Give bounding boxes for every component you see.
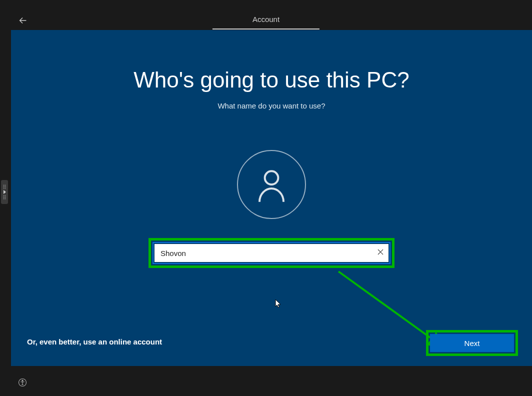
svg-point-5 [4,186,4,188]
page-subtitle: What name do you want to use? [11,102,532,110]
tab-account[interactable]: Account [212,10,320,30]
mouse-cursor-icon [275,299,282,309]
user-icon [256,166,288,202]
next-button[interactable]: Next [430,334,514,352]
svg-point-12 [4,197,4,198]
use-online-account-link[interactable]: Or, even better, use an online account [27,338,162,346]
page-title: Who's going to use this PC? [11,68,532,92]
svg-point-6 [5,186,6,188]
svg-point-8 [5,188,6,189]
back-button[interactable] [18,15,28,28]
svg-point-3 [4,185,4,186]
svg-point-13 [5,197,6,198]
svg-point-4 [5,185,6,186]
next-button-highlight: Next [426,330,518,356]
name-input-highlight [148,238,394,268]
avatar-placeholder [237,150,306,219]
accessibility-icon[interactable] [18,378,27,389]
svg-point-0 [265,171,278,184]
svg-point-7 [4,188,4,189]
setup-main-area: Who's going to use this PC? What name do… [11,30,532,366]
svg-point-11 [5,196,6,196]
svg-point-14 [4,198,4,200]
clear-input-icon[interactable] [377,248,384,258]
svg-point-17 [22,380,23,381]
top-bar: Account [0,0,532,30]
svg-marker-9 [4,190,6,194]
svg-point-10 [4,196,4,196]
side-handle[interactable] [1,180,8,204]
bottom-bar [11,371,532,396]
tab-container: Account [212,10,320,30]
name-input[interactable] [154,244,388,262]
svg-point-15 [5,198,6,200]
